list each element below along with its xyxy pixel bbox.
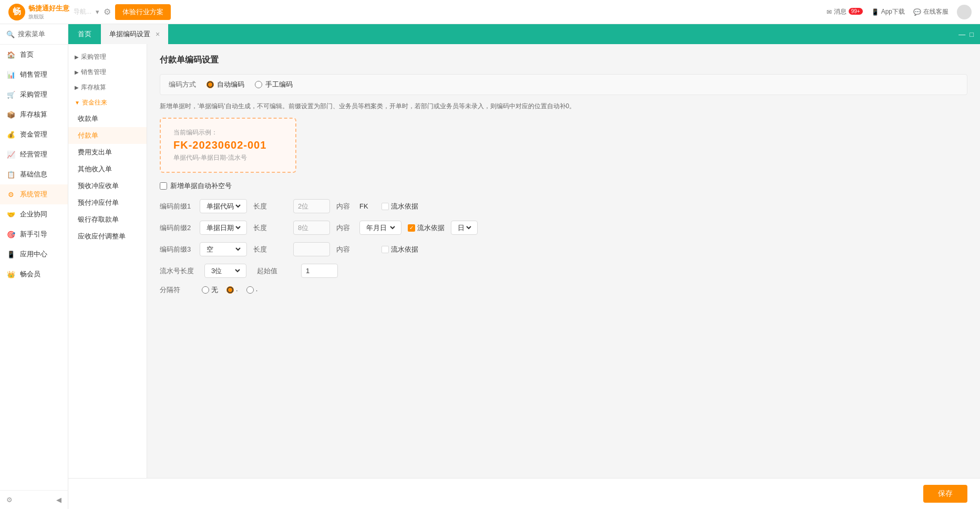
tab-home[interactable]: 首页 [68, 24, 101, 44]
sidebar-item-appcenter[interactable]: 📱 应用中心 [0, 244, 68, 264]
prefix2-serial-unit-select[interactable]: 日 [451, 221, 478, 235]
save-button[interactable]: 保存 [923, 485, 967, 503]
nav-item-expense[interactable]: 费用支出单 [68, 144, 147, 161]
main-layout: 🔍 搜索菜单 🏠 首页 📊 销售管理 🛒 采购管理 📦 库存核算 💰 资金管理 … [0, 24, 980, 509]
nav-item-prepay-receive[interactable]: 预收冲应收单 [68, 178, 147, 194]
auto-encode-label: 自动编码 [217, 80, 244, 89]
sidebar: 🔍 搜索菜单 🏠 首页 📊 销售管理 🛒 采购管理 📦 库存核算 💰 资金管理 … [0, 24, 68, 509]
nav-group-purchase[interactable]: ▶ 采购管理 [68, 49, 147, 65]
prefix1-serial-cell: 流水依据 [381, 202, 418, 211]
gear-icon[interactable]: ⚙ [104, 7, 111, 17]
prefix2-content-select[interactable]: 年月日 [359, 221, 401, 235]
prefix1-select[interactable]: 单据代码 [200, 199, 247, 213]
manual-encode-option[interactable]: 手工编码 [255, 80, 293, 89]
start-value-input[interactable] [301, 264, 338, 278]
tab-encode-settings[interactable]: 单据编码设置 × [101, 24, 168, 44]
page-title: 付款单编码设置 [160, 55, 967, 66]
prefix2-serial-label: 流水依据 [417, 223, 445, 233]
nav-group-inventory[interactable]: ▶ 库存核算 [68, 80, 147, 95]
serial-length-select-input[interactable]: 3位 [209, 266, 242, 275]
prefix1-select-input[interactable]: 单据代码 [204, 202, 242, 211]
auto-encode-radio[interactable] [207, 81, 214, 88]
sidebar-item-member[interactable]: 👑 畅会员 [0, 264, 68, 284]
nav-group-purchase-label: 采购管理 [81, 53, 106, 61]
sidebar-item-inventory[interactable]: 📦 库存核算 [0, 105, 68, 124]
header-left: 畅 畅捷通好生意 旗舰版 导航... ▾ ⚙ 体验行业方案 [8, 4, 171, 20]
prefix3-serial-cell: 流水依据 [381, 245, 418, 254]
separator-row: 分隔符 无 · · [160, 285, 967, 295]
prefix2-content-select-input[interactable]: 年月日 [364, 223, 397, 232]
search-label: 搜索菜单 [18, 29, 45, 39]
preview-code: FK-20230602-001 [173, 139, 283, 151]
prefix2-serial-unit-input[interactable]: 日 [456, 223, 473, 232]
prefix1-serial-checkbox[interactable] [381, 203, 389, 210]
nav-item-prepay-pay[interactable]: 预付冲应付单 [68, 194, 147, 211]
manual-encode-label: 手工编码 [265, 80, 293, 89]
chevron-right-icon-inv: ▶ [75, 85, 79, 90]
nav-group-sales[interactable]: ▶ 销售管理 [68, 65, 147, 80]
auto-fill-checkbox[interactable] [160, 182, 167, 190]
sidebar-label-appcenter: 应用中心 [20, 250, 47, 259]
sidebar-item-system[interactable]: ⚙ 系统管理 [0, 184, 68, 204]
message-action[interactable]: ✉ 消息 99+ [827, 7, 863, 16]
sep-none-label: 无 [211, 285, 218, 295]
serial-length-select[interactable]: 3位 [204, 264, 246, 278]
prefix3-serial-checkbox[interactable] [381, 246, 389, 253]
sep-dash-radio[interactable] [226, 286, 234, 294]
prefix2-select-input[interactable]: 单据日期 [204, 223, 242, 232]
collapse-icon[interactable]: ◀ [56, 496, 61, 504]
expand-icon[interactable]: ▾ [96, 8, 99, 16]
tab-shrink-icon[interactable]: — [958, 30, 965, 38]
prefix1-content-value: FK [359, 202, 375, 210]
prefix3-length-input[interactable] [293, 242, 330, 256]
top-header: 畅 畅捷通好生意 旗舰版 导航... ▾ ⚙ 体验行业方案 ✉ 消息 99+ 📱… [0, 0, 980, 24]
sidebar-item-enterprise[interactable]: 🤝 企业协同 [0, 204, 68, 224]
nav-item-receipt[interactable]: 收款单 [68, 110, 147, 127]
sidebar-item-newguide[interactable]: 🎯 新手引导 [0, 224, 68, 244]
auto-encode-option[interactable]: 自动编码 [207, 80, 244, 89]
preview-desc: 单据代码-单据日期-流水号 [173, 153, 283, 162]
logo-area: 畅 畅捷通好生意 旗舰版 [8, 4, 69, 20]
nav-item-adjust[interactable]: 应收应付调整单 [68, 228, 147, 245]
sep-dash-option[interactable]: · [226, 286, 238, 294]
prefix2-length-input[interactable] [293, 221, 330, 235]
prefix1-serial-label: 流水依据 [391, 202, 418, 211]
sep-none-radio[interactable] [202, 286, 209, 294]
encode-method-label: 编码方式 [169, 80, 196, 89]
app-download-action[interactable]: 📱 App下载 [871, 7, 905, 16]
nav-item-bank[interactable]: 银行存取款单 [68, 211, 147, 228]
tab-expand-icon[interactable]: □ [969, 30, 974, 38]
chevron-down-icon-cap: ▼ [75, 100, 80, 106]
sep-dot-option[interactable]: · [246, 286, 258, 294]
nav-group-capital[interactable]: ▼ 资金往来 [68, 95, 147, 110]
prefix1-length-input[interactable] [293, 199, 330, 213]
user-avatar[interactable] [957, 5, 972, 19]
online-service-action[interactable]: 💬 在线客服 [913, 7, 948, 16]
sidebar-item-operations[interactable]: 📈 经营管理 [0, 144, 68, 164]
sep-dot-radio[interactable] [246, 286, 254, 294]
trial-button[interactable]: 体验行业方案 [115, 4, 171, 20]
prefix2-select[interactable]: 单据日期 [200, 221, 247, 235]
sidebar-item-home[interactable]: 🏠 首页 [0, 45, 68, 65]
form-row-prefix2: 编码前缀2 单据日期 长度 内容 年月日 ✓ [160, 221, 967, 235]
manual-encode-radio[interactable] [255, 81, 262, 88]
sidebar-item-purchase[interactable]: 🛒 采购管理 [0, 85, 68, 105]
tab-close-icon[interactable]: × [156, 30, 160, 38]
prefix2-serial-checkbox[interactable]: ✓ [408, 224, 415, 232]
tab-home-label: 首页 [78, 29, 91, 39]
basic-icon: 📋 [6, 170, 16, 179]
settings-icon[interactable]: ⚙ [6, 496, 13, 504]
sidebar-item-sales[interactable]: 📊 销售管理 [0, 65, 68, 85]
message-badge: 99+ [849, 8, 863, 15]
sidebar-item-basic[interactable]: 📋 基础信息 [0, 164, 68, 184]
prefix3-select-input[interactable]: 空 [204, 245, 242, 254]
newguide-icon: 🎯 [6, 230, 16, 239]
nav-item-other-income[interactable]: 其他收入单 [68, 161, 147, 178]
prefix3-select[interactable]: 空 [200, 242, 247, 256]
system-icon: ⚙ [6, 190, 16, 199]
search-icon: 🔍 [6, 30, 15, 38]
sidebar-search[interactable]: 🔍 搜索菜单 [0, 24, 68, 45]
sidebar-item-finance[interactable]: 💰 资金管理 [0, 124, 68, 144]
nav-item-payment[interactable]: 付款单 [68, 127, 147, 144]
sep-none-option[interactable]: 无 [202, 285, 218, 295]
